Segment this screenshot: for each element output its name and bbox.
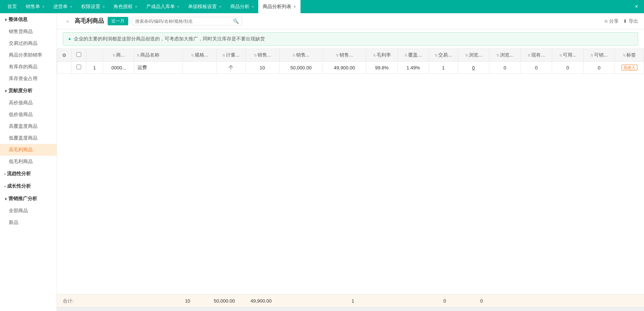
sidebar-item-high-value[interactable]: 高价值商品 [0, 97, 57, 109]
footer-trade: 1 [338, 298, 368, 304]
col-header-check[interactable] [72, 49, 86, 62]
sidebar-group-marketing-arrow: ∨ [4, 197, 7, 201]
col-header-sale3[interactable]: ⇅销售... [323, 49, 366, 62]
footer-sale2: 50,000.00 [210, 298, 239, 304]
col-header-unit[interactable]: ⇅计量... [216, 49, 245, 62]
sidebar-item-low-coverage[interactable]: 低覆盖度商品 [0, 132, 57, 144]
sidebar-group-growth[interactable]: › 成长性分析 [0, 180, 57, 192]
sidebar-item-low-margin[interactable]: 低毛利商品 [0, 156, 57, 167]
export-button[interactable]: ⬇ 导出 [623, 18, 638, 25]
row-sale2: 50,000.00 [279, 62, 323, 74]
row-trade: 1 [429, 62, 458, 74]
col-header-browse2[interactable]: ⇅浏览... [489, 49, 521, 62]
nav-sales-close[interactable]: × [42, 4, 44, 9]
row-unit: 个 [216, 62, 245, 74]
sidebar-item-all-goods[interactable]: 全部商品 [0, 205, 57, 217]
nav-permission-close[interactable]: × [102, 4, 105, 9]
sidebar-item-category-rate[interactable]: 商品分类助销率 [0, 49, 57, 61]
col-header-stock1[interactable]: ⇅现有... [521, 49, 552, 62]
footer-stock2: 0 [467, 298, 496, 304]
sidebar-group-growth-arrow: › [4, 184, 6, 188]
col-header-spec[interactable]: ⇅规格... [183, 49, 216, 62]
col-header-browse1[interactable]: ⇅浏览... [458, 49, 489, 62]
search-icon[interactable]: 🔍 [233, 18, 239, 24]
col-header-code[interactable]: ⇅商... [103, 49, 134, 62]
nav-template-close[interactable]: × [219, 4, 221, 9]
filter-period-button[interactable]: 近一月 [108, 17, 128, 25]
search-box: 🔍 [132, 17, 242, 25]
col-header-name[interactable]: ⇅商品名称 [134, 49, 183, 62]
sidebar-collapse-btn[interactable]: « [64, 18, 71, 25]
info-banner: ✦ 企业的主要的利润都是这部分商品创造的，可考虑加大推广，同时关注库存是不要出现… [63, 32, 638, 46]
row-check[interactable] [72, 62, 86, 74]
select-all-checkbox[interactable] [76, 52, 81, 57]
nav-purchase[interactable]: 进货单 × [49, 0, 76, 13]
export-icon: ⬇ [623, 18, 627, 24]
tag-badge: 高收入 [622, 65, 637, 70]
footer-stock1: 0 [430, 298, 460, 304]
search-input[interactable] [135, 19, 233, 24]
nav-role-close[interactable]: × [135, 4, 137, 9]
sidebar-item-sales-goods[interactable]: 销售货商品 [0, 26, 57, 37]
row-idx: 1 [86, 62, 103, 74]
row-checkbox[interactable] [76, 65, 81, 69]
nav-role[interactable]: 角色授权 × [109, 0, 141, 13]
nav-sales[interactable]: 销售单 × [21, 0, 49, 13]
row-name: 运费 [134, 62, 183, 74]
nav-permission[interactable]: 权限设置 × [77, 0, 109, 13]
row-spec [183, 62, 216, 74]
nav-analysis-list-close[interactable]: × [294, 4, 296, 9]
col-header-sale1[interactable]: ⇅销售... [245, 49, 279, 62]
top-nav: 首页 销售单 × 进货单 × 权限设置 × 角色授权 × 产成品入库单 × 单据… [0, 0, 644, 13]
page-title: 高毛利商品 [75, 17, 104, 25]
share-icon: ⎋ [605, 18, 608, 24]
sidebar: ∨ 整体信息 销售货商品 交易过的商品 商品分类助销率 有库存的商品 库存资金占… [0, 13, 57, 311]
nav-product-analysis[interactable]: 商品分析 × [226, 0, 258, 13]
data-table: ⚙ ⇅商... ⇅商品名称 ⇅规格... ⇅计量... ⇅销售... ⇅销售..… [57, 48, 644, 74]
col-header-setting[interactable]: ⚙ [57, 49, 72, 62]
info-icon: ✦ [68, 36, 72, 42]
share-button[interactable]: ⎋ 分享 [605, 18, 619, 25]
sidebar-item-high-margin[interactable]: 高毛利商品 [0, 144, 57, 156]
row-stock1: 0 [521, 62, 552, 74]
row-sale3: 49,900.00 [323, 62, 366, 74]
sidebar-group-contribution-arrow: ∨ [4, 89, 7, 93]
footer-sale1: 10 [173, 298, 202, 304]
nav-template-settings[interactable]: 单据模板设置 × [184, 0, 226, 13]
nav-product-inbound-close[interactable]: × [177, 4, 179, 9]
sidebar-group-contribution[interactable]: ∨ 贡献度分析 [0, 84, 57, 97]
nav-product-inbound[interactable]: 产成品入库单 × [142, 0, 184, 13]
footer-sale3: 49,900.00 [247, 298, 276, 304]
content-header: « 高毛利商品 近一月 🔍 ⎋ 分享 ⬇ 导出 [57, 13, 644, 29]
sidebar-group-marketing[interactable]: ∨ 营销推广分析 [0, 192, 57, 205]
col-header-stock3[interactable]: ⇅可销... [583, 49, 615, 62]
row-sale1: 10 [245, 62, 279, 74]
row-stock3: 0 [583, 62, 615, 74]
content-area: « 高毛利商品 近一月 🔍 ⎋ 分享 ⬇ 导出 ✦ 企业的主要的利润都是这部 [57, 13, 644, 311]
sidebar-group-overall[interactable]: ∨ 整体信息 [0, 13, 57, 26]
row-browse2: 0 [489, 62, 521, 74]
sidebar-item-high-coverage[interactable]: 高覆盖度商品 [0, 120, 57, 132]
row-browse1[interactable]: 0 [458, 62, 489, 74]
sidebar-item-traded-goods[interactable]: 交易过的商品 [0, 37, 57, 49]
window-close-button[interactable]: × [632, 3, 641, 10]
sidebar-group-trend[interactable]: › 流趋性分析 [0, 167, 57, 180]
sidebar-item-in-stock[interactable]: 有库存的商品 [0, 61, 57, 73]
col-header-cover[interactable]: ⇅覆盖... [397, 49, 429, 62]
bottom-scrollbar[interactable] [57, 307, 644, 311]
col-header-gross[interactable]: ⇅毛利率 [366, 49, 397, 62]
col-header-stock2[interactable]: ⇅可用... [552, 49, 583, 62]
nav-purchase-close[interactable]: × [70, 4, 72, 9]
row-setting[interactable] [57, 62, 72, 74]
nav-product-analysis-list[interactable]: 商品分析列表 × [258, 0, 300, 13]
col-header-sale2[interactable]: ⇅销售... [279, 49, 323, 62]
sidebar-item-capital-occupation[interactable]: 库存资金占用 [0, 73, 57, 84]
sidebar-item-low-value[interactable]: 低价值商品 [0, 109, 57, 120]
table-footer: 合计: 10 50,000.00 49,900.00 1 0 0 [57, 294, 644, 307]
sidebar-item-new-goods[interactable]: 新品 [0, 217, 57, 228]
row-tag: 高收入 [615, 62, 644, 74]
col-header-trade[interactable]: ⇅交易... [429, 49, 458, 62]
nav-home[interactable]: 首页 [3, 0, 21, 13]
nav-analysis-close[interactable]: × [252, 4, 254, 9]
col-header-tag[interactable]: ⇅标签 [615, 49, 644, 62]
